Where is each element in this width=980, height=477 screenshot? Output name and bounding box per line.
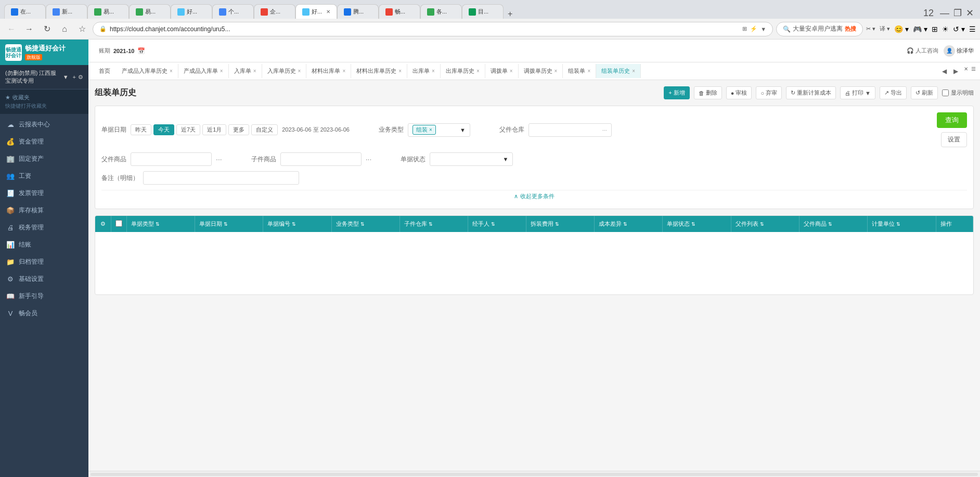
- tab-menu-button[interactable]: ☰: [971, 66, 976, 76]
- browser-tab-6[interactable]: 个...: [212, 4, 254, 19]
- tab-out-order[interactable]: 出库单 ×: [407, 64, 441, 78]
- date-btn-7days[interactable]: 近7天: [176, 124, 200, 135]
- scrollbar-track[interactable]: [91, 473, 978, 476]
- new-tab-button[interactable]: +: [504, 9, 517, 19]
- close-out-order[interactable]: ×: [432, 68, 435, 74]
- undo-icon[interactable]: ↺ ▾: [953, 25, 965, 33]
- address-bar[interactable]: 🔒 https://cloud.chanjet.com/accounting/u…: [93, 22, 773, 36]
- abandon-button[interactable]: ○ 弃审: [756, 86, 782, 99]
- company-selector[interactable]: (勿删勿禁用) 江西服宝测试专用 ▼ + ⚙: [0, 65, 88, 89]
- date-btn-1month[interactable]: 近1月: [202, 124, 226, 135]
- close-assembly-history[interactable]: ×: [632, 68, 635, 74]
- emoji-icon[interactable]: 😊 ▾: [894, 25, 909, 33]
- parent-warehouse-select[interactable]: ···: [528, 123, 612, 137]
- browser-tab-7[interactable]: 企...: [254, 4, 295, 19]
- th-parent-goods[interactable]: 父件商品⇅: [800, 216, 868, 232]
- support-button[interactable]: 🎧 人工咨询: [907, 47, 938, 55]
- business-type-select[interactable]: 组装 × ▼: [408, 123, 470, 137]
- audit-button[interactable]: ● 审核: [726, 86, 752, 99]
- sidebar-item-settings[interactable]: ⚙ 基础设置: [0, 270, 88, 288]
- child-goods-more[interactable]: ···: [366, 155, 372, 163]
- tab-home[interactable]: 首页: [93, 64, 117, 78]
- tab-material-out-history[interactable]: 材料出库单历史 ×: [351, 64, 407, 78]
- sidebar-item-closing[interactable]: 📊 结账: [0, 236, 88, 253]
- print-button[interactable]: 🖨 打印 ▼: [840, 86, 875, 99]
- close-transfer-history[interactable]: ×: [555, 68, 558, 74]
- browser-tab-9[interactable]: 腾...: [337, 4, 379, 19]
- close-transfer[interactable]: ×: [510, 68, 513, 74]
- minimize-button[interactable]: —: [938, 8, 951, 19]
- parent-goods-more[interactable]: ···: [216, 155, 222, 163]
- tab-transfer[interactable]: 调拨单 ×: [485, 64, 519, 78]
- tab-assembly[interactable]: 组装单 ×: [563, 64, 596, 78]
- sidebar-item-reports[interactable]: ☁ 云报表中心: [0, 116, 88, 133]
- close-window-button[interactable]: ✕: [964, 7, 976, 19]
- date-btn-today[interactable]: 今天: [153, 124, 174, 135]
- th-parent-list[interactable]: 父件列表⇅: [731, 216, 799, 232]
- qr-icon[interactable]: ⊞: [742, 25, 747, 32]
- date-btn-more[interactable]: 更多: [228, 124, 249, 135]
- forward-button[interactable]: →: [22, 22, 36, 36]
- scissors-icon[interactable]: ✂ ▾: [866, 25, 875, 32]
- close-production-in-history[interactable]: ×: [170, 68, 173, 74]
- collapse-button[interactable]: ∧ 收起更多条件: [101, 190, 967, 202]
- add-button[interactable]: + 新增: [664, 86, 689, 99]
- tab-transfer-history[interactable]: 调拨单历史 ×: [519, 64, 563, 78]
- sidebar-item-finance[interactable]: 💰 资金管理: [0, 133, 88, 150]
- browser-tab-3[interactable]: 易...: [87, 4, 129, 19]
- browser-tab-4[interactable]: 易...: [129, 4, 171, 19]
- child-goods-input[interactable]: [280, 152, 362, 166]
- browser-tab-11[interactable]: 各...: [420, 4, 462, 19]
- th-checkbox[interactable]: [111, 216, 126, 232]
- browser-tab-10[interactable]: 畅...: [379, 4, 420, 19]
- lightning-icon[interactable]: ⚡: [750, 25, 757, 32]
- close-out-history[interactable]: ×: [476, 68, 480, 74]
- sun-icon[interactable]: ☀: [942, 25, 949, 33]
- browser-tab-8[interactable]: 好... ✕: [295, 4, 337, 19]
- tab-in-history[interactable]: 入库单历史 ×: [262, 64, 307, 78]
- tab-scroll-right[interactable]: ▶: [950, 66, 961, 76]
- sidebar-item-tax[interactable]: 🖨 税务管理: [0, 219, 88, 236]
- sidebar-item-vip[interactable]: V 畅会员: [0, 305, 88, 322]
- sidebar-item-assets[interactable]: 🏢 固定资产: [0, 150, 88, 167]
- close-material-out[interactable]: ×: [342, 68, 345, 74]
- tab-close-8[interactable]: ✕: [326, 9, 330, 15]
- browser-tab-1[interactable]: 在...: [4, 4, 46, 19]
- sidebar-item-archive[interactable]: 📁 归档管理: [0, 253, 88, 270]
- sidebar-item-inventory[interactable]: 📦 库存核算: [0, 202, 88, 219]
- calendar-icon[interactable]: 📅: [137, 47, 145, 55]
- address-dropdown[interactable]: ▼: [760, 26, 766, 32]
- browser-tab-12[interactable]: 目...: [462, 4, 504, 19]
- star-button[interactable]: ☆: [75, 22, 89, 36]
- reload-button[interactable]: ↻: [40, 22, 54, 36]
- show-detail-checkbox[interactable]: [942, 89, 949, 96]
- game-icon[interactable]: 🎮 ▾: [913, 25, 927, 33]
- th-disassembly-cost[interactable]: 拆装费用⇅: [526, 216, 594, 232]
- back-button[interactable]: ←: [4, 22, 19, 36]
- restore-button[interactable]: ❐: [951, 7, 964, 19]
- parent-goods-input[interactable]: [131, 152, 212, 166]
- th-order-number[interactable]: 单据编号⇅: [263, 216, 331, 232]
- query-button[interactable]: 查询: [937, 112, 967, 128]
- grid-icon[interactable]: ⊞: [932, 25, 938, 33]
- business-type-tag-remove[interactable]: ×: [429, 127, 432, 133]
- close-in-history[interactable]: ×: [298, 68, 301, 74]
- th-order-type[interactable]: 单据类型⇅: [126, 216, 195, 232]
- browser-tab-5[interactable]: 好...: [171, 4, 212, 19]
- th-order-status[interactable]: 单据状态⇅: [663, 216, 731, 232]
- browser-tab-2[interactable]: 新...: [46, 4, 87, 19]
- th-unit[interactable]: 计量单位⇅: [868, 216, 936, 232]
- sidebar-item-salary[interactable]: 👥 工资: [0, 167, 88, 185]
- remark-input[interactable]: [143, 171, 299, 185]
- translate-icon[interactable]: 译 ▾: [880, 25, 890, 33]
- delete-button[interactable]: 🗑 删除: [694, 86, 722, 99]
- date-btn-custom[interactable]: 自定义: [251, 124, 278, 135]
- tab-assembly-history[interactable]: 组装单历史 ×: [596, 64, 641, 78]
- close-assembly[interactable]: ×: [587, 68, 590, 74]
- export-button[interactable]: ↗ 导出: [880, 86, 907, 99]
- tab-in-order[interactable]: 入库单 ×: [229, 64, 262, 78]
- date-btn-yesterday[interactable]: 昨天: [131, 124, 151, 135]
- company-settings-icon[interactable]: ⚙: [78, 74, 83, 81]
- tab-material-out[interactable]: 材料出库单 ×: [306, 64, 351, 78]
- select-all-checkbox[interactable]: [115, 220, 122, 227]
